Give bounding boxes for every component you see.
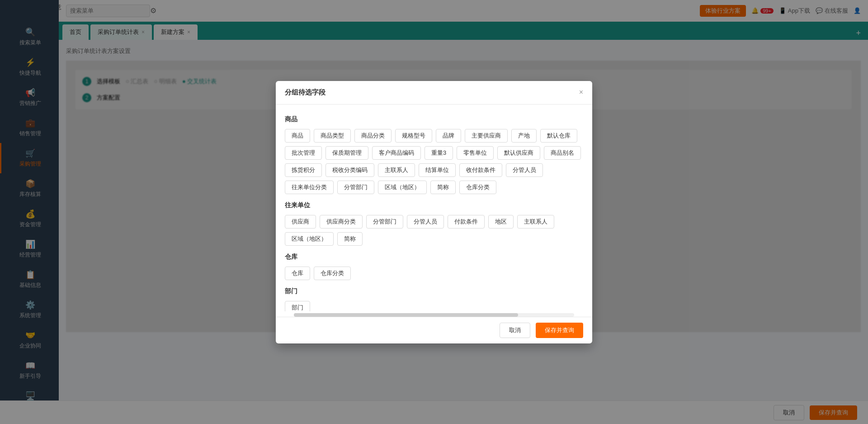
field-tag[interactable]: 区域（地区） — [378, 181, 427, 194]
field-tag[interactable]: 结算单位 — [419, 163, 456, 177]
field-tag[interactable]: 供应商 — [285, 215, 316, 229]
field-tag[interactable]: 商品类型 — [314, 129, 351, 143]
field-tag[interactable]: 简称 — [337, 232, 363, 246]
field-tag[interactable]: 简称 — [430, 181, 456, 194]
modal-overlay: 分组待选字段 × 商品商品商品类型商品分类规格型号品牌主要供应商产地默认仓库批次… — [0, 0, 868, 424]
scrollbar-thumb — [294, 313, 518, 317]
cancel-button[interactable]: 取消 — [500, 323, 530, 338]
field-tag[interactable]: 供应商分类 — [320, 215, 363, 229]
field-tag[interactable]: 商品 — [285, 129, 310, 143]
section-title-department: 部门 — [285, 287, 583, 295]
tags-row-partner: 供应商供应商分类分管部门分管人员付款条件地区主联系人区域（地区）简称 — [285, 215, 583, 246]
field-tag[interactable]: 拣货积分 — [285, 163, 322, 177]
modal-title: 分组待选字段 — [285, 88, 326, 97]
field-tag[interactable]: 区域（地区） — [285, 232, 334, 246]
field-tag[interactable]: 保质期管理 — [326, 146, 368, 160]
field-tag[interactable]: 默认仓库 — [540, 129, 577, 143]
horizontal-scrollbar[interactable] — [294, 313, 574, 317]
field-tag[interactable]: 往来单位分类 — [285, 181, 334, 194]
field-tag[interactable]: 产地 — [511, 129, 537, 143]
field-tag[interactable]: 分管部门 — [337, 181, 374, 194]
field-tag[interactable]: 重量3 — [425, 146, 453, 160]
modal-close-btn[interactable]: × — [579, 88, 583, 96]
section-title-product: 商品 — [285, 115, 583, 124]
field-tag[interactable]: 商品别名 — [544, 146, 581, 160]
modal-body: 商品商品商品类型商品分类规格型号品牌主要供应商产地默认仓库批次管理保质期管理客户… — [276, 105, 592, 311]
field-tag[interactable]: 批次管理 — [285, 146, 322, 160]
modal-footer: 取消 保存并查询 — [276, 317, 592, 343]
field-tag[interactable]: 仓库 — [285, 267, 310, 280]
field-tag[interactable]: 零售单位 — [457, 146, 494, 160]
field-tag[interactable]: 分管人员 — [407, 215, 444, 229]
field-tag[interactable]: 分管部门 — [366, 215, 403, 229]
confirm-button[interactable]: 保存并查询 — [536, 323, 583, 338]
field-tag[interactable]: 税收分类编码 — [326, 163, 374, 177]
field-tag[interactable]: 商品分类 — [354, 129, 392, 143]
field-tag[interactable]: 部门 — [285, 301, 310, 311]
field-tag[interactable]: 客户商品编码 — [372, 146, 421, 160]
section-title-warehouse: 仓库 — [285, 253, 583, 261]
tags-row-warehouse: 仓库仓库分类 — [285, 267, 583, 280]
field-tag[interactable]: 分管人员 — [506, 163, 543, 177]
section-title-partner: 往来单位 — [285, 201, 583, 210]
field-tag[interactable]: 收付款条件 — [459, 163, 502, 177]
field-tag[interactable]: 主要供应商 — [465, 129, 508, 143]
tags-row-product: 商品商品类型商品分类规格型号品牌主要供应商产地默认仓库批次管理保质期管理客户商品… — [285, 129, 583, 194]
field-tag[interactable]: 主联系人 — [378, 163, 415, 177]
modal-header: 分组待选字段 × — [276, 81, 592, 105]
field-tag[interactable]: 品牌 — [436, 129, 461, 143]
field-tag[interactable]: 规格型号 — [395, 129, 432, 143]
field-tag[interactable]: 主联系人 — [517, 215, 554, 229]
field-select-modal: 分组待选字段 × 商品商品商品类型商品分类规格型号品牌主要供应商产地默认仓库批次… — [276, 81, 592, 343]
field-tag[interactable]: 地区 — [488, 215, 514, 229]
field-tag[interactable]: 默认供应商 — [497, 146, 540, 160]
field-tag[interactable]: 仓库分类 — [314, 267, 351, 280]
field-tag[interactable]: 付款条件 — [448, 215, 485, 229]
field-tag[interactable]: 仓库分类 — [459, 181, 496, 194]
tags-row-department: 部门 — [285, 301, 583, 311]
